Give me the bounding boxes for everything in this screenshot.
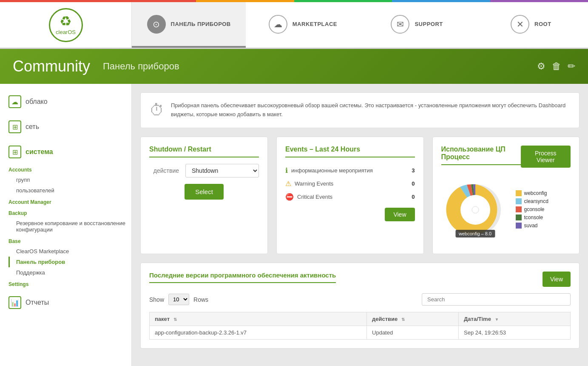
sidebar-category-account-manager: Account Manager: [9, 196, 131, 207]
gconsole-color: [516, 206, 522, 212]
sidebar-reports-label: Отчеты: [26, 299, 49, 306]
table-controls: Show 10 25 50 Rows: [149, 293, 571, 306]
sidebar-item-backup[interactable]: Резервное копирование и восстановление к…: [9, 218, 131, 235]
nav-item-marketplace[interactable]: ☁ MARKETPLACE: [246, 2, 360, 48]
webconfig-label: webconfig: [524, 190, 547, 196]
sidebar-item-cloud[interactable]: ☁ облако: [0, 90, 131, 113]
shutdown-form: действие Shutdown Restart Select: [149, 164, 259, 200]
shutdown-select[interactable]: Shutdown Restart: [185, 164, 259, 177]
cell-datetime: Sep 24, 19:26:53: [459, 326, 571, 340]
nav-item-support[interactable]: ✉ SUPPORT: [360, 2, 474, 48]
legend-item-suvad: suvad: [516, 223, 548, 229]
sidebar-category-accounts: Accounts: [9, 163, 131, 174]
cloud-icon: ☁: [9, 95, 21, 108]
clearsyncd-color: [516, 198, 522, 204]
col-action[interactable]: действие ⇅: [367, 312, 459, 326]
event-info-count: 3: [406, 167, 415, 174]
header-left: Community Панель приборов: [13, 57, 179, 75]
marketplace-icon: ☁: [269, 15, 287, 34]
show-label: Show: [149, 296, 164, 303]
settings-icon[interactable]: ⚙: [537, 61, 545, 72]
webconfig-color: [516, 190, 522, 196]
content-area: ⏱ Приборная панель обеспечивает высокоур…: [132, 84, 588, 366]
col-datetime[interactable]: Дата/Time ▼: [459, 312, 571, 326]
sidebar-category-base: Base: [9, 235, 131, 246]
nav-item-dashboard-label: ПАНЕЛЬ ПРИБОРОВ: [171, 21, 231, 27]
sidebar-item-groups[interactable]: групп: [9, 174, 131, 185]
cell-action: Updated: [367, 326, 459, 340]
page-title: Community: [13, 57, 90, 75]
logo-icon: ♻ clearOS: [49, 8, 83, 42]
reports-icon: 📊: [9, 296, 21, 309]
events-view-button[interactable]: View: [385, 208, 415, 221]
sidebar-item-dashboard[interactable]: Панель приборов: [9, 257, 131, 267]
event-warning-label: Warning Events: [295, 180, 403, 187]
rows-label: Rows: [193, 296, 208, 303]
event-critical-label: Critical Events: [297, 194, 403, 200]
legend-item-tconsole: tconsole: [516, 214, 548, 220]
search-input[interactable]: [422, 293, 571, 306]
sidebar-category-settings: Settings: [9, 278, 131, 289]
sort-package-icon: ⇅: [173, 317, 177, 322]
col-package[interactable]: пакет ⇅: [150, 312, 367, 326]
select-button[interactable]: Select: [185, 184, 224, 200]
process-viewer-button[interactable]: Process Viewer: [521, 146, 571, 168]
action-label: действие: [149, 167, 179, 174]
cpu-legend: webconfig clearsyncd gconsole tcons: [516, 190, 548, 231]
sidebar-category-backup: Backup: [9, 207, 131, 218]
info-box-text: Приборная панель обеспечивает высокоуров…: [171, 101, 571, 119]
event-warning-count: 0: [406, 180, 415, 187]
nav-item-dashboard[interactable]: ⊙ ПАНЕЛЬ ПРИБОРОВ: [132, 2, 246, 48]
cell-package: app-configuration-backup-2.3.26-1.v7: [150, 326, 367, 340]
bottom-header: Последние версии программного обеспечени…: [149, 272, 571, 287]
event-row-critical: ⛔ Critical Events 0: [285, 190, 415, 203]
dashboard-icon: ⊙: [147, 15, 166, 34]
table-row: app-configuration-backup-2.3.26-1.v7 Upd…: [150, 326, 571, 340]
top-nav: ♻ clearOS ⊙ ПАНЕЛЬ ПРИБОРОВ ☁ MARKETPLAC…: [0, 2, 588, 49]
suvad-label: suvad: [524, 223, 538, 229]
tconsole-label: tconsole: [524, 214, 543, 220]
delete-icon[interactable]: 🗑: [552, 61, 561, 72]
support-icon: ✉: [391, 15, 409, 34]
dashboard-gauge-icon: ⏱: [149, 101, 165, 119]
network-icon: ⊞: [9, 120, 21, 133]
sort-action-icon: ⇅: [401, 317, 405, 322]
edit-icon[interactable]: ✏: [568, 61, 575, 72]
tconsole-color: [516, 214, 522, 220]
cpu-widget-title: Использование ЦП Процесс: [441, 146, 521, 165]
page-subtitle: Панель приборов: [103, 61, 179, 72]
event-info-label: информационные мероприятия: [291, 167, 403, 174]
software-table-title: Последние версии программного обеспечени…: [149, 272, 336, 283]
pie-tooltip: webconfig – 8.0: [455, 230, 495, 237]
info-box: ⏱ Приборная панель обеспечивает высокоур…: [140, 92, 579, 128]
shutdown-widget-title: Shutdown / Restart: [149, 146, 259, 157]
gconsole-label: gconsole: [524, 206, 545, 212]
sidebar-item-support[interactable]: Поддержка: [9, 267, 131, 278]
table-header-row: пакет ⇅ действие ⇅ Дата/Time ▼: [150, 312, 571, 326]
sidebar-item-system[interactable]: ⊞ система: [0, 140, 131, 163]
action-row: действие Shutdown Restart: [149, 164, 259, 177]
event-row-warning: ⚠ Warning Events 0: [285, 177, 415, 190]
sidebar-section-network: ⊞ сеть: [0, 115, 131, 138]
events-widget: Events – Last 24 Hours ℹ информационные …: [276, 137, 424, 254]
info-icon: ℹ: [285, 166, 288, 174]
clearsyncd-label: clearsyncd: [524, 198, 548, 204]
software-view-button[interactable]: View: [543, 272, 571, 287]
sidebar-network-label: сеть: [26, 123, 39, 131]
sidebar-item-reports[interactable]: 📊 Отчеты: [0, 291, 131, 314]
event-critical-count: 0: [406, 194, 415, 200]
sidebar-item-network[interactable]: ⊞ сеть: [0, 115, 131, 138]
rows-select[interactable]: 10 25 50: [168, 294, 189, 305]
legend-item-webconfig: webconfig: [516, 190, 548, 196]
shutdown-widget: Shutdown / Restart действие Shutdown Res…: [140, 137, 268, 254]
sidebar-item-users[interactable]: пользователей: [9, 185, 131, 196]
data-table: пакет ⇅ действие ⇅ Дата/Time ▼: [149, 312, 571, 340]
software-table-section: Последние версии программного обеспечени…: [140, 263, 579, 349]
sidebar-section-cloud: ☁ облако: [0, 90, 131, 113]
nav-items: ⊙ ПАНЕЛЬ ПРИБОРОВ ☁ MARKETPLACE ✉ SUPPOR…: [132, 2, 588, 48]
sidebar-item-clearos-marketplace[interactable]: ClearOS Marketplace: [9, 246, 131, 257]
nav-item-root[interactable]: ✕ ROOT: [474, 2, 588, 48]
pie-chart-wrapper: webconfig – 8.0: [441, 176, 509, 245]
sidebar-section-system: ⊞ система Accounts групп пользователей A…: [0, 140, 131, 289]
brand-label: clearOS: [56, 29, 76, 35]
